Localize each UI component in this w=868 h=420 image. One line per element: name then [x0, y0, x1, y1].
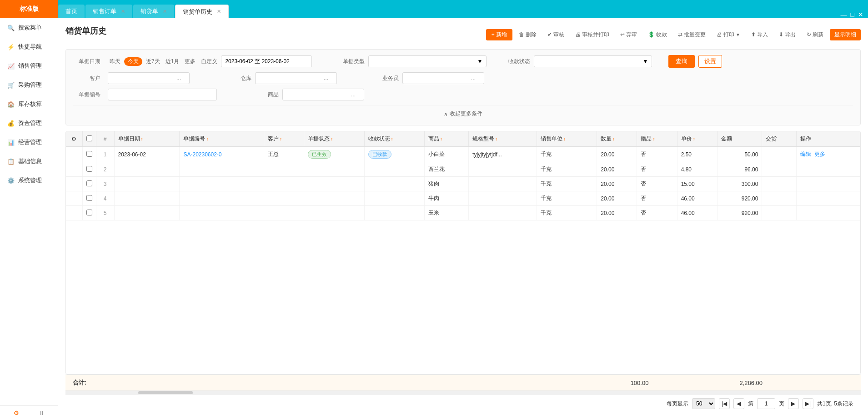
tab-sales-history-close[interactable]: ✕ [217, 9, 221, 15]
pay-status-select[interactable]: ▼ [534, 55, 652, 67]
goods-input[interactable] [283, 91, 351, 98]
new-button[interactable]: + 新增 [486, 29, 512, 40]
sidebar-settings-icon[interactable]: ⚙ [14, 410, 19, 416]
sidebar-item-basic-info[interactable]: 📋 基础信息 [0, 152, 58, 171]
next-page-button[interactable]: ▶ [788, 398, 799, 409]
col-goods-header[interactable]: 商品↕ [424, 131, 468, 147]
shortcut-yesterday[interactable]: 昨天 [108, 57, 122, 66]
sidebar-item-sales-mgmt[interactable]: 📈 销售管理 [0, 56, 58, 75]
row-checkbox-cell[interactable] [82, 191, 96, 206]
import-button[interactable]: ⬆ 导入 [747, 29, 773, 40]
warehouse-input[interactable] [256, 75, 324, 81]
batch-change-button[interactable]: ⇄ 批量变更 [673, 29, 710, 40]
sort-unit-icon: ↕ [563, 136, 566, 141]
collect-button[interactable]: 💲 收款 [643, 29, 672, 40]
row-checkbox[interactable] [86, 151, 92, 157]
tab-maximize-icon[interactable]: □ [851, 11, 854, 18]
doc-type-select[interactable]: ▼ [368, 55, 487, 67]
sidebar-collapse-icon[interactable]: ⏸ [39, 410, 45, 416]
sort-spec-icon: ↕ [495, 136, 497, 141]
customer-ellipsis[interactable]: ... [176, 75, 181, 81]
summary-total-qty: 100.00 [631, 380, 649, 386]
shortcut-7days[interactable]: 近7天 [144, 57, 162, 66]
col-gift-header[interactable]: 赠品↕ [637, 131, 677, 147]
col-unit-price-header[interactable]: 单价↕ [677, 131, 717, 147]
tab-sales-order-close[interactable]: ✕ [121, 9, 125, 15]
more-action[interactable]: 更多 [814, 151, 825, 157]
print-button[interactable]: 🖨 打印 ▼ [712, 29, 745, 40]
delete-button[interactable]: 🗑 删除 [514, 29, 541, 40]
row-checkbox[interactable] [86, 210, 92, 215]
query-button[interactable]: 查询 [668, 55, 695, 68]
settings-button[interactable]: 设置 [698, 55, 722, 68]
goods-ellipsis[interactable]: ... [351, 91, 356, 98]
sidebar-item-purchase-mgmt[interactable]: 🛒 采购管理 [0, 75, 58, 95]
date-range-input[interactable] [221, 55, 312, 67]
col-customer-header[interactable]: 客户↕ [264, 131, 304, 147]
first-page-button[interactable]: |◀ [719, 398, 730, 409]
row-qty: 20.00 [597, 162, 637, 177]
collapse-button[interactable]: ∧ 收起更多条件 [73, 108, 853, 120]
row-doc-date: 2023-06-02 [114, 147, 180, 162]
tab-close-all-icon[interactable]: ✕ [858, 11, 863, 18]
tab-home[interactable]: 首页 [58, 5, 85, 18]
select-all-checkbox[interactable] [86, 135, 92, 141]
row-checkbox-cell[interactable] [82, 147, 96, 162]
row-checkbox[interactable] [86, 195, 92, 201]
show-detail-button[interactable]: 显示明细 [830, 29, 861, 40]
edit-action[interactable]: 编辑 [800, 151, 811, 157]
row-checkbox-cell[interactable] [82, 177, 96, 191]
row-checkbox[interactable] [86, 166, 92, 172]
col-pay-status-header[interactable]: 收款状态↕ [364, 131, 424, 147]
shortcut-today[interactable]: 今天 [124, 57, 142, 66]
doc-num-input[interactable] [108, 89, 217, 100]
shortcut-custom[interactable]: 自定义 [199, 57, 219, 66]
per-page-select[interactable]: 50 20 100 [692, 398, 715, 409]
row-gift: 否 [637, 191, 677, 206]
sidebar-item-quick-nav[interactable]: ⚡ 快捷导航 [0, 37, 58, 56]
shortcut-more[interactable]: 更多 [183, 57, 197, 66]
shortcut-1month[interactable]: 近1月 [164, 57, 181, 66]
col-settings[interactable]: ⚙ [66, 131, 82, 147]
salesman-input[interactable] [403, 75, 471, 81]
salesman-ellipsis[interactable]: ... [471, 75, 476, 81]
approve-print-button[interactable]: 🖨 审核并打印 [571, 29, 614, 40]
row-action: 编辑 更多 [796, 147, 860, 162]
refresh-button[interactable]: ↻ 刷新 [802, 29, 828, 40]
date-label: 单据日期 [73, 58, 100, 65]
row-checkbox-cell[interactable] [82, 162, 96, 177]
tab-sales-history[interactable]: 销货单历史 ✕ [175, 5, 229, 18]
sidebar-item-sys-mgmt[interactable]: ⚙️ 系统管理 [0, 171, 58, 190]
tab-sales-goods[interactable]: 销货单 ✕ [133, 5, 174, 18]
page-content-area: 销货单历史 + 新增 🗑 删除 ✔ 审核 🖨 审核并打印 ↩ 弃审 [58, 18, 868, 420]
col-unit-header[interactable]: 销售单位↕ [537, 131, 597, 147]
customer-input[interactable] [108, 75, 176, 81]
sidebar-header: 标准版 [0, 0, 58, 18]
approve-button[interactable]: ✔ 审核 [543, 29, 569, 40]
row-doc-num[interactable]: SA-20230602-0 [180, 147, 264, 162]
col-doc-num-header[interactable]: 单据编号↕ [180, 131, 264, 147]
tab-minimize-icon[interactable]: — [841, 11, 847, 18]
col-doc-status-header[interactable]: 单据状态↕ [304, 131, 364, 147]
prev-page-button[interactable]: ◀ [733, 398, 744, 409]
col-doc-date-header[interactable]: 单据日期↕ [114, 131, 180, 147]
sidebar-item-fund-mgmt[interactable]: 💰 资金管理 [0, 114, 58, 133]
abandon-button[interactable]: ↩ 弃审 [616, 29, 642, 40]
col-spec-header[interactable]: 规格型号↕ [469, 131, 537, 147]
row-checkbox[interactable] [86, 180, 92, 186]
warehouse-ellipsis[interactable]: ... [324, 75, 328, 81]
sidebar-item-operations[interactable]: 📊 经营管理 [0, 133, 58, 152]
sidebar-item-inventory[interactable]: 🏠 库存核算 [0, 95, 58, 114]
col-checkbox-header[interactable] [82, 131, 96, 147]
per-page-label: 每页显示 [667, 400, 688, 408]
current-page-input[interactable] [757, 398, 775, 409]
last-page-button[interactable]: ▶| [803, 398, 813, 409]
sidebar-item-label: 快捷导航 [18, 43, 42, 51]
tab-sales-goods-close[interactable]: ✕ [163, 9, 167, 15]
tab-sales-order[interactable]: 销售订单 ✕ [85, 5, 132, 18]
row-checkbox-cell[interactable] [82, 206, 96, 220]
export-button[interactable]: ⬇ 导出 [774, 29, 800, 40]
sidebar-item-search-menu[interactable]: 🔍 搜索菜单 [0, 18, 58, 37]
col-qty-header[interactable]: 数量↕ [597, 131, 637, 147]
row-goods: 猪肉 [424, 177, 468, 191]
